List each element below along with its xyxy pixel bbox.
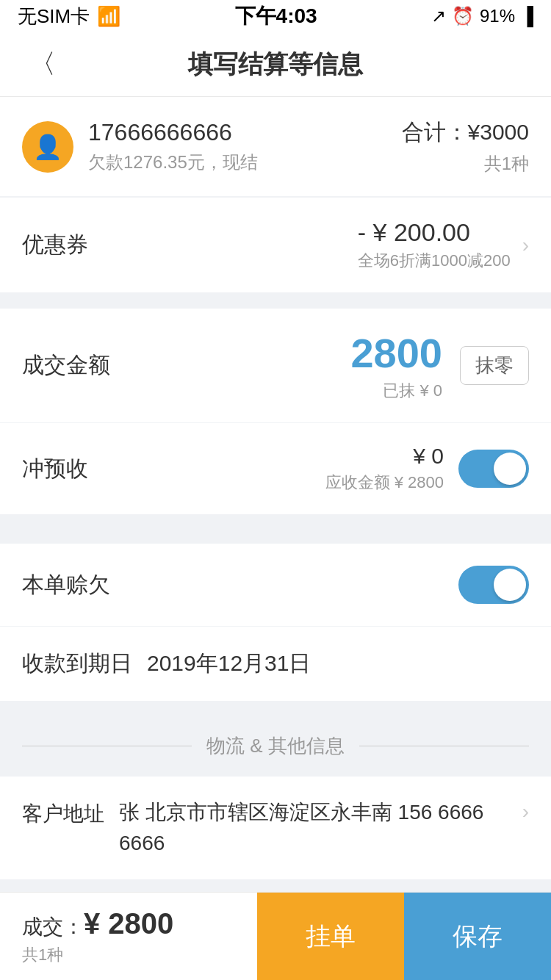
logistics-header: 物流 & 其他信息 [0,716,551,777]
amount-value: 2800 [350,329,442,377]
amount-label: 成交金额 [22,350,110,381]
prepay-right: ¥ 0 应收金额 ¥ 2800 [325,444,529,494]
duedate-value: 2019年12月31日 [147,649,311,679]
customer-phone: 17666666666 [88,119,258,146]
customer-info: 17666666666 欠款1276.35元，现结 [88,119,258,174]
sim-status: 无SIM卡 [18,4,90,29]
coupon-label: 优惠券 [22,230,88,260]
alarm-icon: ⏰ [452,6,474,26]
location-icon: ↗ [431,6,446,26]
battery-icon: ▐ [521,6,533,26]
coupon-right: - ¥ 200.00 全场6折满1000减200 › [358,218,529,272]
status-time: 下午4:03 [235,2,317,30]
customer-total: 合计：¥3000 共1种 [402,118,529,176]
debt-toggle[interactable] [458,566,529,604]
debt-toggle-thumb [494,569,526,601]
address-value: 张 北京市市辖区海淀区永丰南 156 6666 6666 [119,797,508,859]
amount-right: 2800 已抹 ¥ 0 抹零 [350,329,529,402]
total-value: ¥3000 [468,120,529,144]
coupon-desc: 全场6折满1000减200 [358,250,511,272]
logistics-line-left [22,746,192,746]
address-chevron-icon: › [522,800,529,824]
coupon-discount: - ¥ 200.00 [358,218,511,247]
total-amount: 合计：¥3000 [402,118,529,148]
wifi-icon: 📶 [97,5,120,28]
duedate-label: 收款到期日 [22,649,132,679]
total-label: 合计： [402,120,468,144]
status-right: ↗ ⏰ 91% ▐ [431,6,533,26]
battery-level: 91% [480,6,515,26]
customer-left: 👤 17666666666 欠款1276.35元，现结 [22,119,258,174]
divider-2 [0,514,551,529]
status-left: 无SIM卡 📶 [18,4,120,29]
amount-section: 成交金额 2800 已抹 ¥ 0 抹零 [0,309,551,423]
avatar-icon: 👤 [33,133,62,161]
customer-debt: 欠款1276.35元，现结 [88,151,258,174]
prepay-sub-amount: 应收金额 ¥ 2800 [325,472,444,494]
status-bar: 无SIM卡 📶 下午4:03 ↗ ⏰ 91% ▐ [0,0,551,32]
toggle-thumb [494,453,526,485]
back-button[interactable]: 〈 [22,39,63,90]
amount-sub: 已抹 ¥ 0 [350,380,442,402]
address-section[interactable]: 客户地址 张 北京市市辖区海淀区永丰南 156 6666 6666 › [0,777,551,880]
deal-label: 成交： [22,915,84,938]
deal-row: 成交：¥ 2800 [22,907,235,941]
customer-section: 👤 17666666666 欠款1276.35元，现结 合计：¥3000 共1种 [0,97,551,196]
prepay-section: 冲预收 ¥ 0 应收金额 ¥ 2800 [0,423,551,514]
item-count: 共1种 [402,152,529,176]
prepay-toggle[interactable] [458,450,529,488]
header: 〈 填写结算等信息 [0,32,551,97]
duedate-section: 收款到期日 2019年12月31日 [0,627,551,701]
address-label: 客户地址 [22,800,104,828]
divider-1 [0,294,551,309]
logistics-line-right [359,746,529,746]
page-title: 填写结算等信息 [188,48,363,82]
avatar: 👤 [22,121,73,173]
save-button[interactable]: 保存 [404,893,551,981]
hold-button[interactable]: 挂单 [257,893,404,981]
debt-section: 本单赊欠 [0,544,551,627]
bottom-bar: 成交：¥ 2800 共1种 挂单 保存 [0,892,551,980]
coupon-chevron-icon: › [522,234,529,257]
coupon-row[interactable]: 优惠券 - ¥ 200.00 全场6折满1000减200 › [0,198,551,292]
debt-label: 本单赊欠 [22,570,110,600]
bottom-summary: 成交：¥ 2800 共1种 [0,907,257,966]
divider-3 [0,701,551,716]
prepay-amount: ¥ 0 应收金额 ¥ 2800 [325,444,444,494]
prepay-main-amount: ¥ 0 [325,444,444,469]
deal-amount: ¥ 2800 [84,907,173,940]
deal-count: 共1种 [22,944,235,966]
logistics-text: 物流 & 其他信息 [206,733,345,759]
round-button[interactable]: 抹零 [460,346,529,385]
prepay-label: 冲预收 [22,454,88,484]
